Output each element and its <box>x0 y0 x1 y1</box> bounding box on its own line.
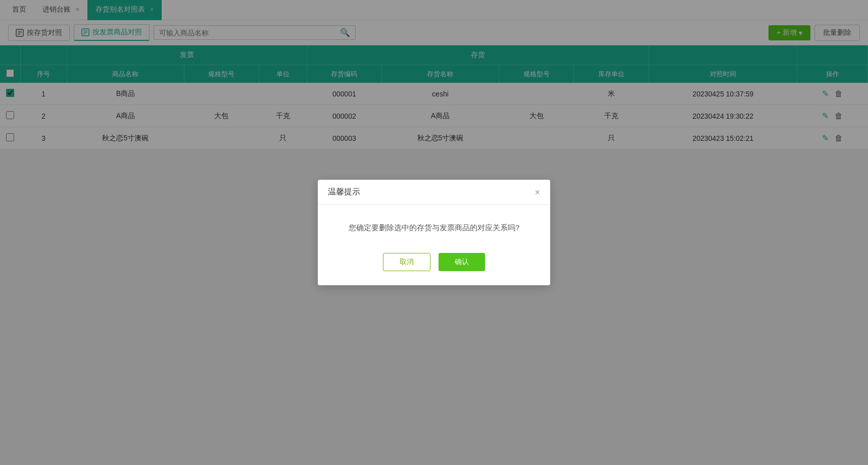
modal-overlay: 温馨提示 × 您确定要删除选中的存货与发票商品的对应关系吗? 取消 确认 <box>0 0 868 149</box>
